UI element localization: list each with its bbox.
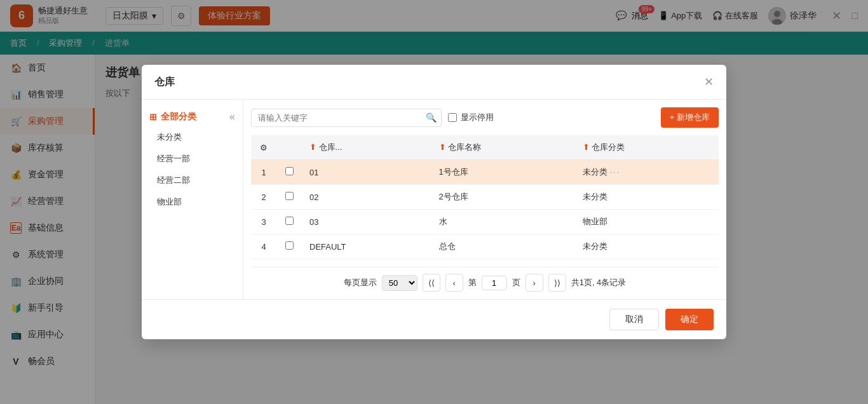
table-row[interactable]: 1 01 1号仓库 未分类 ···	[251, 160, 719, 185]
modal-header: 仓库 ✕	[142, 65, 726, 100]
row-category: 物业部	[575, 210, 719, 234]
row-index: 4	[251, 234, 276, 259]
col-check	[276, 135, 302, 160]
row-code: 03	[302, 210, 431, 234]
pagination: 每页显示 20 50 100 ⟨⟨ ‹ 第 页 › ⟩⟩ 共1页, 4条记录	[251, 267, 719, 292]
col-category: ⬆ 仓库分类	[575, 135, 719, 160]
table-row[interactable]: 4 DEFAULT 总仓 未分类	[251, 234, 719, 259]
search-input[interactable]	[251, 109, 442, 127]
row-checkbox[interactable]	[276, 234, 302, 259]
row-checkbox[interactable]	[276, 160, 302, 185]
all-categories-label: ⊞ 全部分类	[149, 111, 196, 123]
category-item-unclassified[interactable]: 未分类	[142, 126, 243, 148]
page-suffix: 页	[512, 277, 520, 288]
page-size-select[interactable]: 20 50 100	[382, 275, 417, 291]
row-category: 未分类 ···	[575, 160, 719, 185]
confirm-button[interactable]: 确定	[665, 309, 714, 330]
category-panel: ⊞ 全部分类 « 未分类 经营一部 经营二部 物业部	[142, 100, 243, 299]
table-toolbar: 🔍 显示停用 + 新增仓库	[251, 107, 719, 128]
page-label: 第	[468, 277, 477, 288]
col-name: ⬆ 仓库名称	[431, 135, 575, 160]
row-code: DEFAULT	[302, 234, 431, 259]
warehouse-modal: 仓库 ✕ ⊞ 全部分类 « 未分类 经营一部 经营二部 物业部 🔍	[142, 65, 726, 339]
category-header[interactable]: ⊞ 全部分类 «	[142, 107, 243, 126]
row-index: 2	[251, 185, 276, 210]
row-category: 未分类	[575, 234, 719, 259]
modal-body: ⊞ 全部分类 « 未分类 经营一部 经营二部 物业部 🔍 显示停用	[142, 100, 726, 299]
modal-title: 仓库	[154, 76, 175, 89]
warehouse-table: ⚙ ⬆ 仓库... ⬆ 仓库名称 ⬆ 仓库分类	[251, 135, 719, 259]
row-code: 01	[302, 160, 431, 185]
category-item-ops2[interactable]: 经营二部	[142, 170, 243, 191]
table-row[interactable]: 2 02 2号仓库 未分类	[251, 185, 719, 210]
table-row[interactable]: 3 03 水 物业部	[251, 210, 719, 234]
row-code: 02	[302, 185, 431, 210]
sort-icon-name: ⬆	[439, 142, 446, 152]
category-item-ops1[interactable]: 经营一部	[142, 148, 243, 170]
row-index: 1	[251, 160, 276, 185]
row-checkbox[interactable]	[276, 210, 302, 234]
show-disabled-wrap: 显示停用	[448, 112, 494, 123]
grid-icon: ⊞	[149, 112, 157, 122]
sort-icon-code: ⬆	[309, 142, 316, 152]
row-checkbox[interactable]	[276, 185, 302, 210]
prev-page-button[interactable]: ‹	[445, 274, 463, 292]
first-page-button[interactable]: ⟨⟨	[423, 274, 440, 292]
collapse-button[interactable]: «	[229, 111, 235, 123]
table-header-row: ⚙ ⬆ 仓库... ⬆ 仓库名称 ⬆ 仓库分类	[251, 135, 719, 160]
page-number-input[interactable]	[482, 276, 507, 290]
all-categories-text: 全部分类	[161, 111, 196, 123]
row-name: 2号仓库	[431, 185, 575, 210]
col-gear: ⚙	[251, 135, 276, 160]
modal-footer: 取消 确定	[142, 299, 726, 339]
sort-icon-category: ⬆	[583, 142, 590, 152]
cancel-button[interactable]: 取消	[609, 309, 659, 330]
row-name: 总仓	[431, 234, 575, 259]
next-page-button[interactable]: ›	[526, 274, 543, 292]
show-disabled-label: 显示停用	[461, 112, 494, 123]
total-info: 共1页, 4条记录	[571, 277, 627, 288]
row-name: 1号仓库	[431, 160, 575, 185]
page-size-label: 每页显示	[344, 277, 377, 288]
row-category: 未分类	[575, 185, 719, 210]
show-disabled-checkbox[interactable]	[448, 113, 457, 122]
table-panel: 🔍 显示停用 + 新增仓库 ⚙ ⬆ 仓库...	[243, 100, 726, 299]
last-page-button[interactable]: ⟩⟩	[548, 274, 566, 292]
row-index: 3	[251, 210, 276, 234]
add-warehouse-button[interactable]: + 新增仓库	[661, 107, 719, 128]
search-icon[interactable]: 🔍	[426, 112, 437, 123]
row-actions[interactable]: ···	[609, 167, 620, 177]
category-item-property[interactable]: 物业部	[142, 191, 243, 213]
row-name: 水	[431, 210, 575, 234]
modal-close-button[interactable]: ✕	[704, 75, 714, 89]
search-input-wrap: 🔍	[251, 109, 442, 127]
col-code: ⬆ 仓库...	[302, 135, 431, 160]
